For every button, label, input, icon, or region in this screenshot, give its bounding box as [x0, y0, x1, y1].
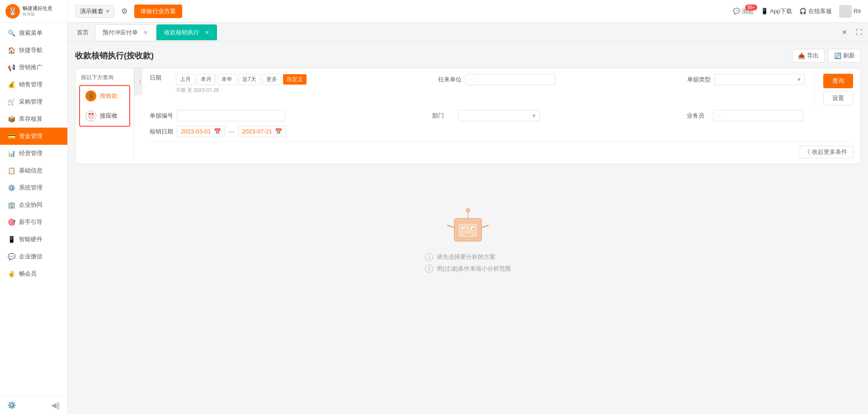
settings-btn[interactable]: 设置: [823, 91, 853, 105]
more-date-btn[interactable]: 更多: [262, 74, 281, 85]
marketing-icon: 📢: [7, 63, 15, 71]
step-1-text: 请先选择要分析的方案: [437, 253, 495, 261]
last-month-btn[interactable]: 上月: [176, 74, 195, 85]
verify-date-end-value: 2023-07-21: [242, 128, 273, 135]
industry-solution-btn[interactable]: 体验行业方案: [134, 5, 182, 18]
filter-form: 日期 上月 本月 本年 近7天 更多 自定义 不限 至 2023-07-26: [142, 68, 860, 164]
app-edition: 标准版: [23, 11, 52, 17]
step-num-1: 1: [425, 253, 433, 261]
refresh-label: 刷新: [843, 52, 855, 60]
last-7days-btn[interactable]: 近7天: [238, 74, 260, 85]
tab-prepay-label: 预付冲应付单: [103, 29, 138, 37]
sidebar-item-quick-nav[interactable]: 🏠 快捷导航: [0, 42, 67, 59]
calendar-end-icon: 📅: [275, 128, 282, 135]
calendar-start-icon: 📅: [214, 128, 221, 135]
svg-point-4: [463, 228, 465, 230]
enterprise-icon: 🏢: [7, 201, 15, 209]
sidebar-item-business[interactable]: 📊 经营管理: [0, 145, 67, 162]
filter-row-1: 日期 上月 本月 本年 近7天 更多 自定义 不限 至 2023-07-26: [150, 74, 853, 105]
system-icon: ⚙️: [7, 184, 15, 192]
custom-date-tag[interactable]: 自定义: [283, 74, 307, 85]
staff-select[interactable]: ···: [713, 110, 803, 121]
message-btn[interactable]: 💬 消息 99+: [733, 7, 754, 15]
settings-gear-btn[interactable]: ⚙: [118, 5, 131, 18]
app-download-btn[interactable]: 📱 App下载: [761, 7, 792, 15]
date-separator: —: [229, 128, 235, 135]
empty-step-1: 1 请先选择要分析的方案: [425, 253, 510, 261]
collapse-more-btn[interactable]: 《 收起更多条件: [798, 146, 853, 158]
empty-state: 1 请先选择要分析的方案 2 用[过滤]条件来缩小分析范围: [75, 164, 861, 309]
this-month-btn[interactable]: 本月: [197, 74, 216, 85]
receipt-icon: 💲: [85, 90, 96, 101]
dept-select[interactable]: ▾: [458, 110, 540, 121]
online-service-btn[interactable]: 🎧 在线客服: [799, 7, 832, 15]
voucher-no-input[interactable]: [177, 110, 285, 121]
empty-illustration: [441, 200, 495, 246]
this-year-btn[interactable]: 本年: [217, 74, 236, 85]
query-btn[interactable]: 查询: [823, 74, 853, 88]
collapse-more-label: 收起更多条件: [812, 148, 847, 156]
filter-collapse-btn[interactable]: 《: [134, 68, 142, 95]
company-selector[interactable]: 演示账套 ▾: [75, 5, 114, 18]
date-quick-btns: 上月 本月 本年 近7天 更多 自定义: [176, 74, 307, 85]
sidebar-label-hardware: 智能硬件: [19, 235, 42, 243]
sidebar-item-enterprise[interactable]: 🏢 企业协同: [0, 196, 67, 214]
tab-home-label: 首页: [77, 29, 89, 37]
sidebar-item-sales[interactable]: 💰 销售管理: [0, 76, 67, 93]
tab-prepay[interactable]: 预付冲应付单 ✕: [95, 24, 156, 40]
voucher-type-label: 单据类型: [687, 76, 711, 84]
settings-footer-icon[interactable]: ⚙️: [7, 401, 16, 409]
user-menu[interactable]: Rit: [839, 5, 861, 18]
user-name: Rit: [854, 8, 861, 14]
sidebar-label-finance: 资金管理: [19, 132, 42, 140]
verify-date-start[interactable]: 2023-03-01 📅: [177, 126, 225, 137]
sidebar: 🐰 畅捷通好生意 标准版 🔍 搜索菜单 🏠 快捷导航 📢 营销推广 💰 销售管理…: [0, 0, 68, 414]
tab-close-all-btn[interactable]: ✕: [839, 27, 850, 38]
partner-select[interactable]: ···: [465, 74, 556, 85]
sidebar-label-member: 畅会员: [19, 270, 37, 278]
tab-collection[interactable]: 收款核销执行 ✕: [156, 24, 217, 40]
tab-prepay-close[interactable]: ✕: [143, 29, 148, 36]
inventory-icon: 📦: [7, 115, 15, 123]
verify-date-end[interactable]: 2023-07-21 📅: [238, 126, 287, 137]
tab-collection-close[interactable]: ✕: [205, 29, 209, 36]
sidebar-item-base-info[interactable]: 📋 基础信息: [0, 162, 67, 179]
sidebar-item-system[interactable]: ⚙️ 系统管理: [0, 179, 67, 196]
empty-step-2: 2 用[过滤]条件来缩小分析范围: [425, 265, 510, 273]
filter-receipt-label: 按收款: [100, 92, 118, 100]
sidebar-item-inventory[interactable]: 📦 库存核算: [0, 110, 67, 128]
svg-point-5: [472, 228, 474, 230]
sidebar-label-purchase: 采购管理: [19, 98, 42, 106]
export-btn[interactable]: 📤 导出: [792, 49, 825, 62]
voucher-type-field: 单据类型 ▾: [687, 74, 805, 85]
dept-label: 部门: [432, 112, 455, 120]
sidebar-item-member[interactable]: ✌️ 畅会员: [0, 265, 67, 282]
filter-by-receivable[interactable]: ⏰ 按应收: [80, 106, 129, 126]
page-header: 收款核销执行(按收款) 📤 导出 🔄 刷新: [75, 49, 861, 62]
step-num-2: 2: [425, 265, 433, 273]
sidebar-item-wechat[interactable]: 💬 企业微信: [0, 248, 67, 265]
refresh-btn[interactable]: 🔄 刷新: [828, 49, 861, 62]
voucher-type-dropdown-icon: ▾: [797, 76, 801, 83]
sidebar-item-finance[interactable]: 💳 资金管理: [0, 128, 67, 145]
purchase-icon: 🛒: [7, 98, 15, 106]
sidebar-item-hardware[interactable]: 📱 智能硬件: [0, 231, 67, 248]
verify-date-label: 核销日期: [150, 128, 173, 136]
member-icon: ✌️: [7, 270, 15, 278]
collapse-sidebar-btn[interactable]: ◀‖: [51, 401, 60, 409]
tab-maximize-btn[interactable]: ⛶: [854, 27, 864, 38]
page-content: 收款核销执行(按收款) 📤 导出 🔄 刷新 按以下方查询 💲: [68, 42, 868, 414]
tab-home[interactable]: 首页: [71, 25, 94, 40]
logo-icon: 🐰: [5, 4, 20, 19]
filter-panel: 按以下方查询 💲 按收款 ⏰ 按应收 《: [75, 68, 861, 164]
base-info-icon: 📋: [7, 167, 15, 175]
verify-date-field: 核销日期 2023-03-01 📅 — 2023-07-21 📅: [150, 126, 286, 137]
sidebar-item-guide[interactable]: 🎯 新手引导: [0, 214, 67, 231]
filter-by-receipt[interactable]: 💲 按收款: [80, 86, 129, 106]
sidebar-item-marketing[interactable]: 📢 营销推广: [0, 59, 67, 76]
sidebar-item-purchase[interactable]: 🛒 采购管理: [0, 93, 67, 110]
sidebar-item-search[interactable]: 🔍 搜索菜单: [0, 24, 67, 42]
voucher-type-select[interactable]: ▾: [714, 74, 805, 85]
sidebar-label-business: 经营管理: [19, 149, 42, 157]
query-settings-btns: 查询 设置: [814, 74, 853, 105]
